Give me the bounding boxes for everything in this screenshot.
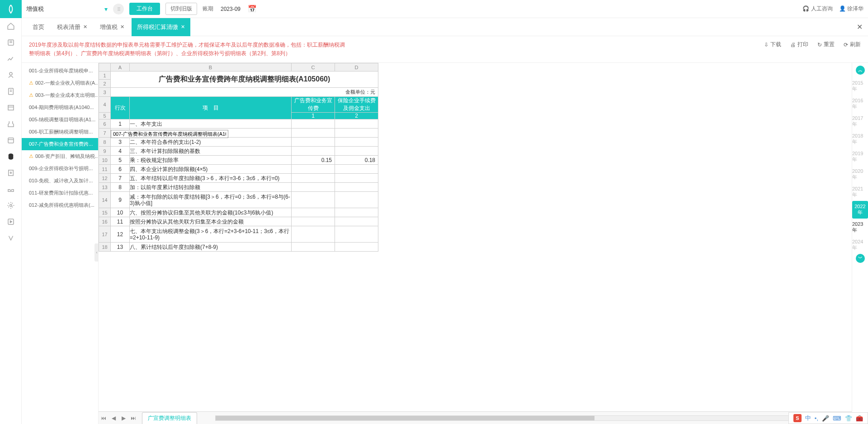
row-header[interactable]: 8 — [99, 138, 111, 147]
sheet-next-icon[interactable]: ▶ — [118, 415, 128, 421]
nav-settings-icon[interactable] — [0, 197, 22, 214]
cell[interactable] — [335, 183, 378, 192]
cell[interactable]: 3 — [111, 138, 130, 147]
cell[interactable] — [335, 165, 378, 174]
cell[interactable] — [292, 183, 335, 192]
cell[interactable]: 6 — [111, 165, 130, 174]
form-item[interactable]: 005-纳税调整项目明细表(A1... — [22, 114, 98, 126]
switch-old-button[interactable]: 切到旧版 — [165, 3, 197, 15]
nav-tool-icon[interactable] — [0, 116, 22, 132]
cell[interactable]: 9 — [111, 192, 130, 208]
tab-tax-list[interactable]: 税表清册✕ — [52, 18, 93, 36]
nav-doc-icon[interactable] — [0, 83, 22, 100]
corner-cell[interactable] — [99, 63, 111, 71]
cell[interactable]: 0.15 — [292, 156, 335, 165]
close-all-icon[interactable]: ✕ — [857, 23, 863, 31]
user-menu[interactable]: 👤 徐泽华 — [839, 5, 863, 13]
year-item[interactable]: 2016年 — [852, 95, 868, 113]
cell[interactable]: 0.18 — [335, 156, 378, 165]
year-item[interactable]: 2020年 — [852, 166, 868, 183]
reset-button[interactable]: ↻ 重置 — [817, 41, 835, 48]
cell[interactable]: 乘：税收规定扣除率 — [130, 156, 292, 165]
cell[interactable]: 按照分摊协议从其他关联方归集至本企业的金额 — [130, 217, 292, 226]
cell[interactable] — [292, 138, 335, 147]
nav-inbox-icon[interactable] — [0, 181, 22, 197]
cell[interactable] — [335, 226, 378, 243]
cell[interactable] — [335, 129, 378, 138]
collapse-handle[interactable]: ‹ — [94, 243, 99, 262]
form-item[interactable]: 006-职工薪酬纳税调整明细... — [22, 126, 98, 138]
cell[interactable]: 加：以前年度累计结转扣除额 — [130, 183, 292, 192]
year-item[interactable]: 2017年 — [852, 113, 868, 130]
sheet-tab[interactable]: 广宣费调整明细表 — [142, 412, 197, 424]
row-header[interactable]: 17 — [99, 226, 111, 243]
row-header[interactable]: 10 — [99, 156, 111, 165]
cell[interactable]: 一、本年支出 — [130, 119, 292, 129]
form-item[interactable]: 007-广告费和业务宣传费跨... — [22, 138, 98, 150]
year-item[interactable]: 2019年 — [852, 148, 868, 166]
form-item[interactable]: 001-企业所得税年度纳税申... — [22, 65, 98, 77]
cell[interactable] — [292, 147, 335, 156]
cell[interactable] — [335, 217, 378, 226]
cell[interactable] — [292, 174, 335, 183]
workbench-button[interactable]: 工作台 — [129, 3, 160, 15]
nav-ledger-icon[interactable] — [0, 34, 22, 51]
cell[interactable] — [292, 243, 335, 252]
ime-mic-icon[interactable]: 🎤 — [822, 415, 829, 422]
close-icon[interactable]: ✕ — [83, 24, 87, 30]
cell[interactable] — [335, 208, 378, 217]
sheet-first-icon[interactable]: ⏮ — [99, 415, 108, 421]
form-item[interactable]: 004-期间费用明细表(A1040... — [22, 101, 98, 114]
tax-type-dropdown[interactable]: 增值税▾ — [26, 5, 108, 13]
cell[interactable]: 1 — [111, 119, 130, 129]
cell[interactable]: 减：本年扣除的以前年度结转额[3＞6，本行=0；3≤6，本行=8与(6-3)孰小… — [130, 192, 292, 208]
row-header[interactable]: 11 — [99, 165, 111, 174]
year-item[interactable]: 2023年 — [852, 219, 868, 236]
ime-punct-icon[interactable]: •, — [815, 415, 818, 422]
refresh-button[interactable]: ⟳ 刷新 — [844, 41, 861, 48]
ime-toolbox-icon[interactable]: 🧰 — [856, 415, 863, 422]
form-item[interactable]: 010-免税、减计收入及加计... — [22, 175, 98, 187]
ime-skin-icon[interactable]: 👕 — [845, 415, 852, 422]
nav-home-icon[interactable] — [0, 18, 22, 34]
form-item[interactable]: 009-企业所得税弥补亏损明... — [22, 162, 98, 175]
sheet-prev-icon[interactable]: ◀ — [108, 415, 118, 421]
cell[interactable]: 八、累计结转以后年度扣除额(7+8-9) — [130, 243, 292, 252]
cell[interactable] — [335, 192, 378, 208]
nav-v-icon[interactable] — [0, 230, 22, 246]
cell[interactable] — [335, 119, 378, 129]
cell[interactable]: 七、本年支出纳税调整金额(3＞6，本行=2+3-6+10-11；3≤6，本行=2… — [130, 226, 292, 243]
support-link[interactable]: 🎧 人工咨询 — [802, 5, 832, 13]
tab-home[interactable]: 首页 — [27, 18, 50, 36]
cell[interactable] — [292, 217, 335, 226]
cell[interactable]: 13 — [111, 243, 130, 252]
cell[interactable]: 11 — [111, 217, 130, 226]
nav-tax-icon[interactable] — [0, 148, 22, 165]
cell[interactable]: 四、本企业计算的扣除限额(4×5) — [130, 165, 292, 174]
cell[interactable] — [335, 243, 378, 252]
cell[interactable] — [292, 119, 335, 129]
cell[interactable] — [292, 165, 335, 174]
row-header[interactable]: 7 — [99, 129, 111, 138]
cell[interactable] — [292, 226, 335, 243]
tab-vat[interactable]: 增值税✕ — [94, 18, 130, 36]
cell[interactable]: 4 — [111, 147, 130, 156]
tab-income-tax[interactable]: 所得税汇算清缴✕ — [132, 18, 190, 36]
cell[interactable] — [335, 138, 378, 147]
year-item[interactable]: 2018年 — [852, 130, 868, 148]
ime-keyboard-icon[interactable]: ⌨ — [833, 415, 841, 422]
col-header-b[interactable]: B — [130, 63, 292, 71]
formula-input[interactable] — [111, 130, 228, 138]
cell[interactable]: 六、按照分摊协议归集至其他关联方的金额(10≤3与6孰小值) — [130, 208, 292, 217]
cell[interactable]: 8 — [111, 183, 130, 192]
cell[interactable]: 12 — [111, 226, 130, 243]
row-header[interactable]: 14 — [99, 192, 111, 208]
row-header[interactable]: 12 — [99, 174, 111, 183]
row-header[interactable]: 16 — [99, 217, 111, 226]
close-icon[interactable]: ✕ — [120, 24, 124, 30]
print-button[interactable]: 🖨 打印 — [790, 41, 808, 48]
row-header[interactable]: 15 — [99, 208, 111, 217]
cell[interactable]: 三、本年计算扣除限额的基数 — [130, 147, 292, 156]
form-item[interactable]: ⚠003-一般企业成本支出明细... — [22, 89, 98, 101]
sheet-table[interactable]: A B C D 1广告费和业务宣传费跨年度纳税调整明细表(A105060) 2 … — [99, 63, 378, 252]
